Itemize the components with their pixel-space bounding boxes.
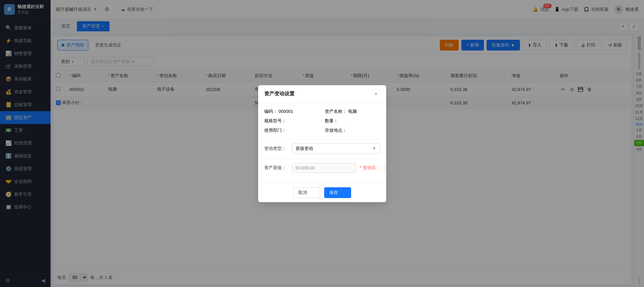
modal-location-field: 存放地点： — [325, 127, 380, 133]
cancel-button[interactable]: 取消 — [293, 187, 320, 198]
modal-info-grid: 编码： 000001 资产名称： 电脑 规格型号： — [264, 108, 380, 133]
modal-asset-name-value: 电脑 — [348, 108, 357, 115]
modal-close-button[interactable]: × — [372, 90, 380, 98]
modal-title: 资产变动设置 — [264, 91, 295, 97]
modal-code-label: 编码： — [264, 108, 277, 115]
modal-body: 编码： 000001 资产名称： 电脑 规格型号： — [258, 103, 386, 183]
asset-change-modal: 资产变动设置 × 编码： 000001 资产名称： 电脑 — [258, 85, 386, 202]
modal-overlay: 资产变动设置 × 编码： 000001 资产名称： 电脑 — [0, 0, 644, 287]
modal-spec-label: 规格型号： — [264, 118, 286, 124]
modal-dept-field: 使用部门： — [264, 127, 319, 133]
modal-quantity-label: 数量： — [325, 118, 338, 124]
after-change-input[interactable] — [384, 163, 386, 173]
change-type-value: 原值变动 — [296, 146, 313, 152]
after-change-label: * 变动后： — [360, 165, 380, 171]
change-type-label: 变动类型： — [264, 146, 288, 152]
original-value-input[interactable] — [292, 163, 356, 173]
change-type-row: 变动类型： 原值变动 ▼ — [264, 143, 380, 154]
modal-code-field: 编码： 000001 — [264, 108, 319, 115]
save-button[interactable]: 保存 — [324, 187, 351, 198]
modal-dept-label: 使用部门： — [264, 127, 286, 133]
modal-location-label: 存放地点： — [325, 127, 347, 133]
change-type-arrow-icon: ▼ — [372, 146, 376, 151]
modal-spec-field: 规格型号： — [264, 118, 319, 124]
modal-footer: 取消 保存 — [258, 183, 386, 202]
modal-asset-name-field: 资产名称： 电脑 — [325, 108, 380, 115]
original-value-label: 资产原值： — [264, 165, 288, 171]
modal-divider2 — [264, 159, 380, 159]
original-value-row: 资产原值： * 变动后： — [264, 163, 380, 173]
modal-code-value: 000001 — [279, 109, 293, 114]
modal-divider1 — [264, 139, 380, 139]
modal-quantity-field: 数量： — [325, 118, 380, 124]
modal-asset-name-label: 资产名称： — [325, 108, 347, 115]
change-type-select[interactable]: 原值变动 ▼ — [292, 143, 380, 154]
modal-header: 资产变动设置 × — [258, 85, 386, 103]
